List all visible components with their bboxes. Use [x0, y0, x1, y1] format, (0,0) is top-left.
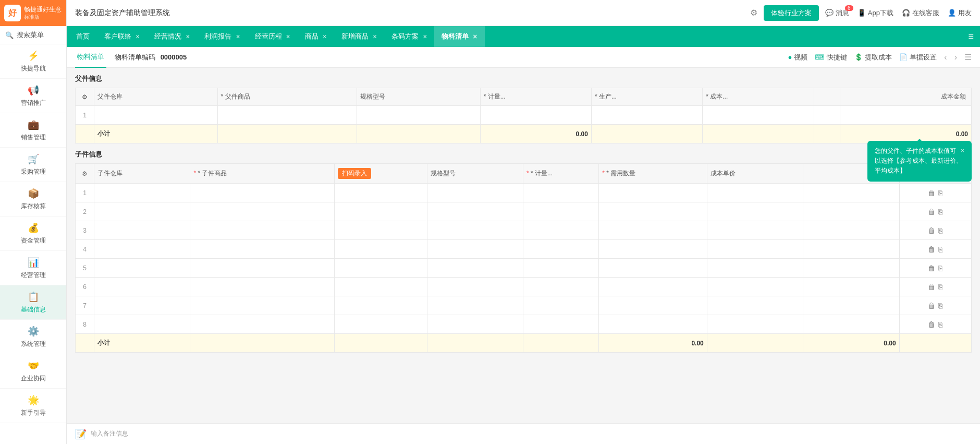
parent-settings-icon[interactable]: ⚙: [82, 93, 88, 101]
parent-row-1-warehouse[interactable]: [94, 106, 218, 125]
doc-settings-button[interactable]: 📄 单据设置: [899, 53, 937, 62]
message-button[interactable]: 💬 消息 6: [825, 8, 849, 18]
sidebar-nav-item-inventory[interactable]: 📦 库存核算: [0, 182, 66, 217]
child-row-2-unit[interactable]: [523, 202, 598, 221]
child-row-1-product[interactable]: [190, 184, 335, 202]
child-settings-icon[interactable]: ⚙: [82, 170, 88, 177]
child-row-3-unit-cost[interactable]: [707, 221, 803, 240]
child-row-4-unit[interactable]: [523, 240, 598, 259]
tab-barcode-close[interactable]: ×: [423, 32, 427, 41]
child-row-5-warehouse[interactable]: [94, 259, 190, 278]
child-row-8-product[interactable]: [190, 315, 335, 334]
delete-icon[interactable]: 🗑: [928, 264, 935, 272]
scan-input-button[interactable]: 扫码录入: [338, 168, 371, 179]
parent-row-1-produce[interactable]: [591, 106, 702, 125]
tab-bom-close[interactable]: ×: [473, 32, 477, 41]
child-row-7-spec[interactable]: [427, 296, 523, 315]
child-row-7-warehouse[interactable]: [94, 296, 190, 315]
child-row-5-spec[interactable]: [427, 259, 523, 278]
delete-icon[interactable]: 🗑: [928, 226, 935, 235]
nav-next-arrow[interactable]: ›: [954, 53, 957, 62]
online-service-button[interactable]: 🎧 在线客服: [902, 8, 939, 18]
config-icon[interactable]: ⚙: [750, 8, 757, 18]
child-row-8-quantity[interactable]: [599, 315, 707, 334]
tab-operations-situation[interactable]: 经营情况 ×: [147, 26, 197, 47]
copy-icon[interactable]: ⎘: [938, 264, 942, 272]
tab-home[interactable]: 首页: [69, 26, 97, 47]
child-row-4-quantity[interactable]: [599, 240, 707, 259]
child-row-7-product[interactable]: [190, 296, 335, 315]
child-row-4-spec[interactable]: [427, 240, 523, 259]
tab-new-product[interactable]: 新增商品 ×: [334, 26, 384, 47]
child-row-4-product[interactable]: [190, 240, 335, 259]
child-row-1-quantity[interactable]: [599, 184, 707, 202]
child-row-5-unit[interactable]: [523, 259, 598, 278]
video-button[interactable]: ● 视频: [788, 53, 807, 62]
child-row-1-spec[interactable]: [427, 184, 523, 202]
child-row-6-quantity[interactable]: [599, 278, 707, 296]
child-row-8-warehouse[interactable]: [94, 315, 190, 334]
tab-barcode[interactable]: 条码方案 ×: [384, 26, 434, 47]
child-row-8-unit[interactable]: [523, 315, 598, 334]
list-view-icon[interactable]: ☰: [964, 52, 972, 62]
sidebar-nav-item-system[interactable]: ⚙️ 系统管理: [0, 320, 66, 354]
sidebar-nav-item-operations[interactable]: 📊 经营管理: [0, 251, 66, 285]
copy-icon[interactable]: ⎘: [938, 245, 942, 254]
sidebar-nav-item-purchase[interactable]: 🛒 采购管理: [0, 148, 66, 182]
tab-products[interactable]: 商品 ×: [298, 26, 334, 47]
child-row-2-warehouse[interactable]: [94, 202, 190, 221]
copy-icon[interactable]: ⎘: [938, 283, 942, 291]
child-row-3-spec[interactable]: [427, 221, 523, 240]
close-all-tabs-button[interactable]: ≡: [964, 31, 978, 42]
delete-icon[interactable]: 🗑: [928, 208, 935, 216]
child-row-6-unit-cost[interactable]: [707, 278, 803, 296]
child-row-3-product[interactable]: [190, 221, 335, 240]
child-row-5-product[interactable]: [190, 259, 335, 278]
user-menu[interactable]: 👤 用友: [948, 8, 972, 18]
bottom-bar-hint[interactable]: 输入备注信息: [91, 429, 128, 438]
child-row-7-unit[interactable]: [523, 296, 598, 315]
child-row-2-product[interactable]: [190, 202, 335, 221]
child-row-3-warehouse[interactable]: [94, 221, 190, 240]
delete-icon[interactable]: 🗑: [928, 320, 935, 329]
child-row-1-unit[interactable]: [523, 184, 598, 202]
child-row-2-spec[interactable]: [427, 202, 523, 221]
child-row-6-unit[interactable]: [523, 278, 598, 296]
child-row-1-warehouse[interactable]: [94, 184, 190, 202]
tab-operations-close[interactable]: ×: [186, 32, 190, 41]
child-row-4-warehouse[interactable]: [94, 240, 190, 259]
app-download-button[interactable]: 📱 App下载: [858, 8, 893, 18]
cost-extract-button[interactable]: 💲 提取成本: [854, 53, 892, 62]
child-row-4-unit-cost[interactable]: [707, 240, 803, 259]
copy-icon[interactable]: ⎘: [938, 208, 942, 216]
child-row-5-quantity[interactable]: [599, 259, 707, 278]
sidebar-nav-item-sales[interactable]: 💼 销售管理: [0, 113, 66, 148]
delete-icon[interactable]: 🗑: [928, 302, 935, 310]
child-row-3-unit[interactable]: [523, 221, 598, 240]
tab-new-product-close[interactable]: ×: [373, 32, 377, 41]
copy-icon[interactable]: ⎘: [938, 226, 942, 235]
sidebar-nav-item-guide[interactable]: 🌟 新手引导: [0, 389, 66, 423]
delete-icon[interactable]: 🗑: [928, 283, 935, 291]
sidebar-nav-item-finance[interactable]: 💰 资金管理: [0, 217, 66, 251]
tooltip-close-button[interactable]: ×: [961, 146, 964, 156]
sidebar-nav-item-basic-info[interactable]: 📋 基础信息: [0, 285, 66, 320]
sidebar-nav-item-marketing[interactable]: 📢 营销推广: [0, 79, 66, 113]
tab-profit-close[interactable]: ×: [236, 32, 240, 41]
child-row-3-quantity[interactable]: [599, 221, 707, 240]
parent-row-1-product[interactable]: [217, 106, 357, 125]
parent-row-1-unit[interactable]: [480, 106, 591, 125]
child-row-6-product[interactable]: [190, 278, 335, 296]
child-row-6-warehouse[interactable]: [94, 278, 190, 296]
child-row-2-quantity[interactable]: [599, 202, 707, 221]
shortcut-button[interactable]: ⌨ 快捷键: [815, 53, 847, 62]
delete-icon[interactable]: 🗑: [928, 189, 935, 197]
sidebar-search[interactable]: 🔍 搜索菜单: [0, 26, 66, 44]
tab-profit[interactable]: 利润报告 ×: [197, 26, 247, 47]
child-row-2-unit-cost[interactable]: [707, 202, 803, 221]
tab-customers[interactable]: 客户联络 ×: [97, 26, 147, 47]
child-row-8-spec[interactable]: [427, 315, 523, 334]
child-row-6-spec[interactable]: [427, 278, 523, 296]
parent-row-1-spec[interactable]: [357, 106, 481, 125]
child-row-5-unit-cost[interactable]: [707, 259, 803, 278]
